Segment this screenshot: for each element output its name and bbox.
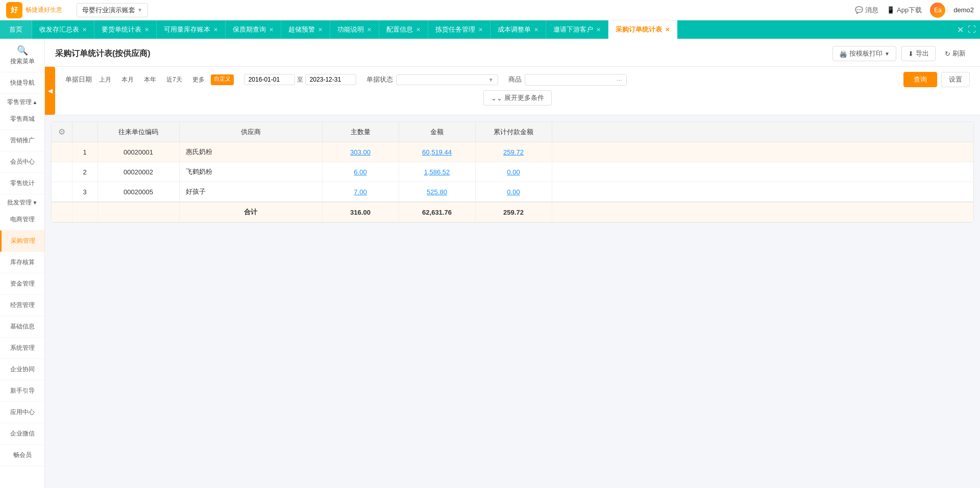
message-icon: 💬 — [855, 6, 863, 14]
username[interactable]: demo2 — [953, 6, 974, 14]
close-icon[interactable]: ✕ — [82, 27, 87, 33]
tab-over-stock[interactable]: 超储预警 ✕ — [281, 20, 330, 39]
tab-invite-downstream[interactable]: 邀请下游客户 ✕ — [546, 20, 608, 39]
tab-config-info[interactable]: 配置信息 ✕ — [379, 20, 428, 39]
chevron-up-icon: ▲ — [33, 99, 38, 105]
filter-collapse-btn[interactable]: ◀ — [45, 67, 55, 115]
expand-row: ⌄⌄ 展开更多条件 — [65, 87, 970, 109]
refresh-button[interactable]: ↻ 刷新 — [941, 46, 970, 61]
close-icon[interactable]: ✕ — [213, 27, 218, 33]
top-bar-right: 💬 消息 📱 App下载 Ea demo2 — [855, 3, 974, 18]
sidebar-item-sys-mgmt[interactable]: 系统管理 — [0, 338, 44, 359]
date-btn-more[interactable]: 更多 — [188, 74, 209, 85]
sidebar-item-enterprise-wechat[interactable]: 企业微信 — [0, 423, 44, 445]
date-from-input[interactable] — [244, 74, 295, 85]
date-btn-this-month[interactable]: 本月 — [117, 74, 138, 85]
search-button[interactable]: 查询 — [903, 72, 937, 87]
date-to-input[interactable] — [305, 74, 356, 85]
row-qty[interactable]: 303.00 — [322, 142, 399, 162]
settings-button[interactable]: 设置 — [941, 72, 970, 87]
sidebar-item-search[interactable]: 🔍 搜索菜单 — [0, 39, 44, 72]
row-amount[interactable]: 1,586.52 — [399, 162, 475, 182]
row-supplier: 好孩子 — [179, 182, 322, 202]
status-filter: 单据状态 ▼ — [366, 74, 498, 85]
close-icon[interactable]: ✕ — [416, 27, 421, 33]
message-btn[interactable]: 💬 消息 — [855, 6, 878, 15]
export-label: 导出 — [916, 49, 929, 58]
sidebar-item-marketing[interactable]: 营销推广 — [0, 130, 44, 151]
sidebar-item-ops-mgmt[interactable]: 经营管理 — [0, 295, 44, 316]
row-extra — [552, 162, 973, 182]
sidebar-enterprise-collab-label: 企业协同 — [10, 366, 35, 373]
status-select[interactable]: ▼ — [396, 74, 498, 85]
maximize-icon[interactable]: ⛶ — [968, 25, 976, 34]
export-button[interactable]: ⬇ 导出 — [901, 46, 936, 61]
close-icon[interactable]: ✕ — [367, 27, 372, 33]
row-paid[interactable]: 0.00 — [475, 182, 552, 202]
close-icon[interactable]: ✕ — [144, 27, 149, 33]
row-amount[interactable]: 60,519.44 — [399, 142, 475, 162]
row-paid[interactable]: 259.72 — [475, 142, 552, 162]
app-download-label: App下载 — [897, 6, 922, 15]
tab-receive-summary[interactable]: 收发存汇总表 ✕ — [32, 20, 94, 39]
avatar[interactable]: Ea — [930, 3, 945, 18]
row-amount[interactable]: 525.80 — [399, 182, 475, 202]
sidebar-item-retail-shop[interactable]: 零售商城 — [0, 109, 44, 130]
date-btn-this-year[interactable]: 本年 — [140, 74, 160, 85]
sidebar-item-app-center[interactable]: 应用中心 — [0, 402, 44, 423]
table-row: 3 00020005 好孩子 7.00 525.80 0.00 — [52, 182, 973, 202]
close-icon[interactable]: ✕ — [596, 27, 601, 33]
row-qty[interactable]: 7.00 — [322, 182, 399, 202]
content-area: 采购订单统计表(按供应商) 🖨️ 按模板打印 ▼ ⬇ 导出 ↻ 刷新 — [45, 39, 980, 488]
sidebar-item-ecommerce[interactable]: 电商管理 — [0, 209, 44, 230]
tab-cost-adjust[interactable]: 成本调整单 ✕ — [491, 20, 546, 39]
close-icon[interactable]: ✕ — [318, 27, 323, 33]
tab-purchase-stats[interactable]: 采购订单统计表 ✕ — [608, 20, 677, 39]
tab-pick-task[interactable]: 拣货任务管理 ✕ — [428, 20, 491, 39]
sidebar-item-finance[interactable]: 资金管理 — [0, 273, 44, 295]
print-button[interactable]: 🖨️ 按模板打印 ▼ — [832, 46, 896, 61]
sidebar-search-label: 搜索菜单 — [10, 58, 35, 65]
settings-gear-icon[interactable]: ⚙ — [58, 127, 65, 136]
row-paid[interactable]: 0.00 — [475, 162, 552, 182]
sidebar-new-guide-label: 新手引导 — [10, 387, 35, 394]
sidebar-item-member-center[interactable]: 会员中心 — [0, 151, 44, 173]
filter-section: ◀ 单据日期 上月 本月 本年 近7天 更多 自定义 — [45, 67, 980, 115]
sidebar-item-inventory[interactable]: 库存核算 — [0, 252, 44, 273]
tab-expiry-query[interactable]: 保质期查询 ✕ — [226, 20, 281, 39]
expand-label: 展开更多条件 — [504, 93, 544, 102]
sidebar-item-retail-stats[interactable]: 零售统计 — [0, 173, 44, 194]
sidebar-item-purchase-mgmt[interactable]: 采购管理 — [0, 230, 44, 252]
tab-func-desc[interactable]: 功能说明 ✕ — [330, 20, 379, 39]
close-icon[interactable]: ✕ — [269, 27, 274, 33]
date-btn-prev-month[interactable]: 上月 — [95, 74, 115, 85]
close-icon[interactable]: ✕ — [478, 27, 483, 33]
close-window-icon[interactable]: ✕ — [957, 25, 964, 35]
close-icon[interactable]: ✕ — [534, 27, 538, 33]
workspace-selector[interactable]: 母婴行业演示账套 ▼ — [77, 3, 148, 17]
sidebar-item-vip[interactable]: 畅会员 — [0, 445, 44, 466]
close-icon[interactable]: ✕ — [665, 27, 670, 33]
tab-available-stock[interactable]: 可用量库存账本 ✕ — [157, 20, 226, 39]
sidebar-ops-mgmt-label: 经营管理 — [10, 301, 35, 309]
logo-icon: 好 — [6, 2, 22, 18]
sidebar-item-wholesale-mgmt[interactable]: 批发管理 ▼ — [0, 194, 44, 209]
sidebar-item-retail-mgmt[interactable]: 零售管理 ▲ — [0, 94, 44, 109]
app-download-btn[interactable]: 📱 App下载 — [887, 6, 922, 15]
expand-icon: ⌄⌄ — [491, 94, 502, 102]
tab-goods-stats[interactable]: 要货单统计表 ✕ — [94, 20, 157, 39]
sidebar-item-enterprise-collab[interactable]: 企业协同 — [0, 359, 44, 380]
table-footer-row: 合计 316.00 62,631.76 259.72 — [52, 202, 973, 222]
sidebar-wholesale-label: 批发管理 — [7, 198, 32, 207]
tab-home[interactable]: 首页 — [0, 20, 32, 39]
date-shortcuts: 上月 本月 本年 近7天 更多 自定义 — [95, 74, 234, 85]
sidebar-ecommerce-label: 电商管理 — [10, 216, 35, 223]
sidebar-item-new-guide[interactable]: 新手引导 — [0, 380, 44, 402]
row-qty[interactable]: 6.00 — [322, 162, 399, 182]
date-btn-7-days[interactable]: 近7天 — [162, 74, 186, 85]
tab-pick-task-label: 拣货任务管理 — [435, 25, 475, 34]
expand-conditions-btn[interactable]: ⌄⌄ 展开更多条件 — [483, 90, 552, 106]
sidebar-item-basic-info[interactable]: 基础信息 — [0, 316, 44, 338]
goods-input[interactable]: ··· — [525, 74, 627, 86]
sidebar-item-quick-nav[interactable]: 快捷导航 — [0, 72, 44, 94]
